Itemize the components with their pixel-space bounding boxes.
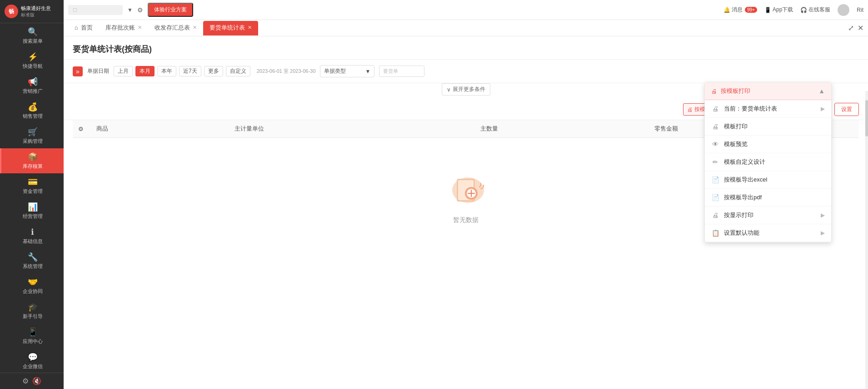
settings-icon[interactable]: ⚙ — [22, 377, 29, 385]
tab-label-collection-summary: 收发存汇总表 — [155, 24, 190, 32]
sidebar-nav: 🔍 搜索菜单 ⚡ 快捷导航 📢 营销推广 💰 销售管理 🛒 采购管理 📦 库存核… — [0, 23, 64, 373]
sidebar-bottom: ⚙ 🔇 — [0, 373, 64, 389]
tab-close-order-stats[interactable]: ✕ — [248, 25, 252, 30]
dropdown-close-icon[interactable]: ▲ — [818, 87, 825, 95]
cooperation-icon: 🤝 — [28, 277, 38, 287]
app-logo-icon: 畅 — [5, 5, 18, 18]
tab-label-inventory-batch: 库存批次账 — [105, 24, 135, 32]
dropdown-export-excel[interactable]: 📄 按模板导出excel — [705, 171, 831, 189]
print-icon: 🖨 — [711, 123, 719, 130]
date-option-本月[interactable]: 本月 — [135, 66, 155, 76]
operation-icon: 📊 — [28, 202, 38, 212]
purchase-icon: 🛒 — [28, 127, 38, 137]
messages-badge: 99+ — [745, 7, 757, 13]
online-service-item[interactable]: 🎧 在线客服 — [800, 6, 830, 14]
tab-collection-summary[interactable]: 收发存汇总表✕ — [148, 21, 203, 35]
system-icon: 🔧 — [28, 252, 38, 262]
sidebar-label-purchase: 采购管理 — [23, 138, 43, 145]
table-settings-icon[interactable]: ⚙ — [78, 126, 84, 132]
sidebar-item-apps[interactable]: 📱 应用中心 — [0, 323, 64, 349]
inventory-icon: 📦 — [28, 152, 38, 162]
sidebar: 畅 畅康通好生意 标准版 🔍 搜索菜单 ⚡ 快捷导航 📢 营销推广 💰 销售管理… — [0, 0, 64, 389]
app-download-item[interactable]: 📱 App下载 — [764, 6, 793, 14]
topbar-search[interactable]: ☐ — [68, 5, 123, 15]
sidebar-item-quick-nav[interactable]: ⚡ 快捷导航 — [0, 48, 64, 73]
dropdown-panel: 🖨 按模板打印 ▲ 🖨 当前：要货单统计表 ▶ 🖨 模板打印 👁 模板预览 ✏ — [704, 82, 832, 242]
dropdown-display-print[interactable]: 🖨 按显示打印 ▶ — [705, 207, 831, 224]
set-default-arrow-icon: ▶ — [821, 230, 825, 236]
sidebar-item-inventory[interactable]: 📦 库存核算 — [0, 148, 64, 173]
tab-inventory-batch[interactable]: 库存批次账✕ — [99, 21, 148, 35]
tab-order-stats[interactable]: 要货单统计表✕ — [203, 21, 258, 35]
dropdown-set-default[interactable]: 📋 设置默认功能 ▶ — [705, 224, 831, 242]
sidebar-label-operation: 经营管理 — [23, 213, 43, 220]
empty-icon — [443, 165, 489, 211]
sidebar-item-cooperation[interactable]: 🤝 企业协同 — [0, 273, 64, 298]
sidebar-item-guide[interactable]: 🎓 新手引导 — [0, 298, 64, 323]
date-custom-btn[interactable]: 自定义 — [226, 66, 250, 76]
sidebar-item-system[interactable]: 🔧 系统管理 — [0, 248, 64, 273]
sales-icon: 💰 — [28, 102, 38, 112]
topbar: ☐ ▼ ⚙ 体验行业方案 🔔 消息 99+ 📱 App下载 🎧 在线客服 Rit — [64, 0, 868, 20]
expand-more-button[interactable]: ∨ 展开更多条件 — [442, 83, 490, 96]
dropdown-export-pdf[interactable]: 📄 按模板导出pdf — [705, 189, 831, 207]
sidebar-label-sales: 销售管理 — [23, 113, 43, 120]
sidebar-label-apps: 应用中心 — [23, 338, 43, 345]
dropdown-template-preview[interactable]: 👁 模板预览 — [705, 136, 831, 153]
messages-item[interactable]: 🔔 消息 99+ — [723, 6, 757, 14]
dropdown-template-custom[interactable]: ✏ 模板自定义设计 — [705, 153, 831, 171]
edit-icon: ✏ — [711, 158, 719, 166]
marketing-icon: 📢 — [28, 77, 38, 87]
table-header-主计量单位: 主计量单位 — [229, 120, 475, 138]
sidebar-label-quick-nav: 快捷导航 — [23, 63, 43, 70]
mute-icon[interactable]: 🔇 — [32, 377, 41, 385]
sidebar-item-basic[interactable]: ℹ 基础信息 — [0, 223, 64, 248]
user-name: Rit — [857, 7, 863, 13]
date-option-近7天[interactable]: 近7天 — [179, 66, 201, 76]
tab-home[interactable]: ⌂首页 — [68, 21, 99, 35]
tab-label-home: 首页 — [81, 24, 93, 32]
order-type-select[interactable]: 单据类型 ▼ — [320, 65, 374, 77]
topbar-dropdown[interactable]: ▼ — [127, 7, 133, 13]
printer-icon: 🖨 — [687, 106, 693, 113]
tabbar: ⌂首页库存批次账✕收发存汇总表✕要货单统计表✕ ⤢ ✕ — [64, 20, 868, 36]
tab-close-collection-summary[interactable]: ✕ — [193, 25, 197, 30]
tab-close-inventory-batch[interactable]: ✕ — [138, 25, 142, 30]
sidebar-item-search[interactable]: 🔍 搜索菜单 — [0, 23, 64, 48]
sidebar-item-marketing[interactable]: 📢 营销推广 — [0, 73, 64, 98]
tab-expand-area: ⤢ ✕ — [848, 24, 863, 32]
sidebar-item-finance[interactable]: 💳 资金管理 — [0, 173, 64, 198]
phone-icon: 📱 — [764, 7, 771, 13]
dropdown-header: 🖨 按模板打印 ▲ — [705, 82, 831, 100]
experience-button[interactable]: 体验行业方案 — [148, 3, 193, 17]
date-option-更多[interactable]: 更多 — [204, 66, 223, 76]
maximize-icon[interactable]: ⤢ — [848, 24, 854, 32]
sidebar-label-guide: 新手引导 — [23, 313, 43, 320]
wechat-icon: 💬 — [28, 352, 38, 362]
dropdown-current-item[interactable]: 🖨 当前：要货单统计表 ▶ — [705, 100, 831, 118]
order-goods-input[interactable]: 要货单 — [379, 66, 424, 77]
right-scrollbar[interactable] — [865, 91, 868, 389]
tab-label-order-stats: 要货单统计表 — [210, 24, 245, 32]
sidebar-item-operation[interactable]: 📊 经营管理 — [0, 198, 64, 223]
date-option-本年[interactable]: 本年 — [157, 66, 176, 76]
date-option-上月[interactable]: 上月 — [114, 66, 133, 76]
filter-expand-button[interactable]: » — [73, 66, 83, 76]
display-arrow-icon: ▶ — [821, 212, 825, 218]
main-area: ☐ ▼ ⚙ 体验行业方案 🔔 消息 99+ 📱 App下载 🎧 在线客服 Rit… — [64, 0, 868, 389]
sidebar-item-wechat[interactable]: 💬 企业微信 — [0, 349, 64, 373]
topbar-gear[interactable]: ⚙ — [137, 6, 143, 14]
sidebar-item-sales[interactable]: 💰 销售管理 — [0, 98, 64, 123]
dropdown-template-print[interactable]: 🖨 模板打印 — [705, 118, 831, 136]
sidebar-item-purchase[interactable]: 🛒 采购管理 — [0, 123, 64, 148]
scrollbar-thumb[interactable] — [865, 100, 868, 136]
user-avatar[interactable] — [838, 4, 849, 16]
tab-close-all-icon[interactable]: ✕ — [858, 24, 863, 32]
excel-icon: 📄 — [711, 176, 719, 183]
sidebar-label-marketing: 营销推广 — [23, 88, 43, 95]
guide-icon: 🎓 — [28, 302, 38, 312]
date-label: 单据日期 — [87, 67, 109, 75]
headset-icon: 🎧 — [800, 7, 807, 13]
settings-button[interactable]: 设置 — [834, 103, 859, 116]
table-header-主数量: 主数量 — [475, 120, 649, 138]
